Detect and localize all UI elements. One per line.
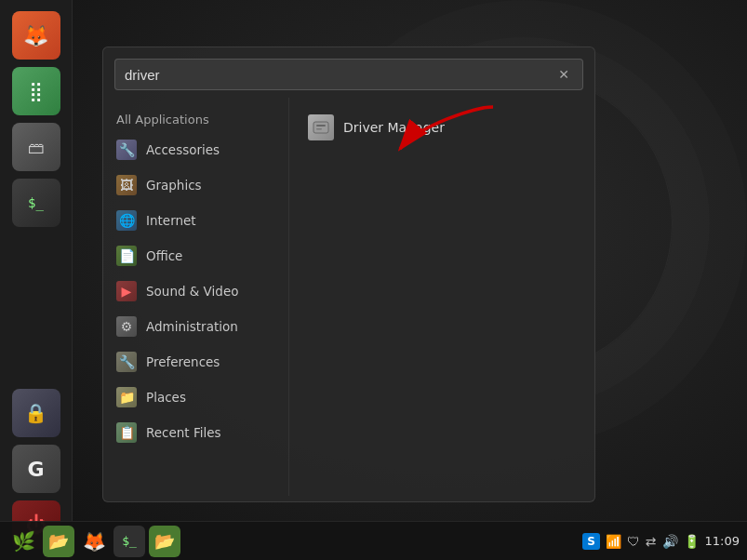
taskbar-folder-1[interactable]: 📂 (43, 526, 74, 557)
category-internet[interactable]: 🌐 Internet (103, 203, 288, 238)
internet-icon: 🌐 (116, 210, 137, 231)
graphics-icon: 🖼 (116, 175, 137, 195)
recent-icon: 📋 (116, 422, 137, 443)
category-graphics[interactable]: 🖼 Graphics (103, 167, 288, 203)
accessories-icon: 🔧 (116, 140, 137, 160)
accessories-label: Accessories (146, 142, 220, 157)
taskbar-folder-2[interactable]: 📂 (149, 526, 180, 557)
apps-area: Driver Manager (289, 98, 594, 496)
recent-label: Recent Files (146, 425, 221, 440)
graphics-label: Graphics (146, 178, 202, 193)
driver-manager-icon (308, 114, 334, 140)
category-administration[interactable]: ⚙ Administration (103, 309, 288, 344)
taskbar-terminal[interactable]: $_ (113, 526, 145, 557)
admin-icon: ⚙ (116, 316, 137, 337)
search-input[interactable]: driver (125, 67, 554, 83)
places-label: Places (146, 390, 186, 405)
prefs-label: Preferences (146, 354, 220, 369)
sidebar-icon-terminal[interactable]: $_ (12, 179, 60, 227)
network-icon[interactable]: 📶 (606, 534, 621, 549)
driver-manager-label: Driver Manager (343, 120, 445, 135)
sidebar-icon-lock[interactable]: 🔒 (12, 389, 60, 437)
office-label: Office (146, 248, 182, 263)
taskbar-left: 🌿 📂 🦊 $_ 📂 (7, 526, 582, 557)
app-driver-manager[interactable]: Driver Manager (299, 107, 585, 148)
sidebar-icon-firefox[interactable]: 🦊 (12, 11, 60, 60)
bluetooth-icon[interactable]: ⇄ (646, 534, 657, 549)
menu-panel: driver ✕ All Applications 🔧 Accessories … (102, 47, 595, 502)
prefs-icon: 🔧 (116, 352, 137, 372)
category-sound-video[interactable]: ▶ Sound & Video (103, 273, 288, 309)
sound-label: Sound & Video (146, 284, 238, 299)
taskbar: 🌿 📂 🦊 $_ 📂 S 📶 🛡 ⇄ 🔊 🔋 11:09 (0, 521, 747, 560)
shield-icon[interactable]: 🛡 (627, 534, 640, 549)
svg-rect-0 (313, 122, 328, 133)
sound-icon: ▶ (116, 281, 137, 301)
sidebar-icon-apps[interactable]: ⣿ (12, 67, 60, 115)
skype-icon[interactable]: S (582, 533, 600, 550)
category-office[interactable]: 📄 Office (103, 238, 288, 273)
sidebar-icon-update[interactable]: G (12, 445, 60, 493)
admin-label: Administration (146, 319, 238, 334)
category-recent-files[interactable]: 📋 Recent Files (103, 415, 288, 450)
sidebar-icon-files[interactable]: 🗃 (12, 123, 60, 171)
volume-icon[interactable]: 🔊 (662, 534, 678, 549)
internet-label: Internet (146, 213, 196, 228)
all-apps-header[interactable]: All Applications (103, 105, 288, 132)
places-icon: 📁 (116, 387, 137, 407)
taskbar-right: S 📶 🛡 ⇄ 🔊 🔋 11:09 (582, 533, 740, 550)
taskbar-mint-button[interactable]: 🌿 (7, 526, 39, 557)
category-accessories[interactable]: 🔧 Accessories (103, 132, 288, 167)
sidebar: 🦊 ⣿ 🗃 $_ 🔒 G ⏻ (0, 0, 73, 560)
svg-rect-2 (316, 128, 322, 130)
category-preferences[interactable]: 🔧 Preferences (103, 344, 288, 380)
office-icon: 📄 (116, 246, 137, 266)
taskbar-firefox[interactable]: 🦊 (78, 526, 110, 557)
search-clear-button[interactable]: ✕ (554, 65, 573, 84)
svg-rect-1 (316, 125, 326, 127)
clock: 11:09 (705, 534, 740, 548)
search-bar: driver ✕ (114, 59, 583, 90)
category-list: All Applications 🔧 Accessories 🖼 Graphic… (103, 98, 289, 496)
battery-icon[interactable]: 🔋 (684, 534, 700, 549)
category-places[interactable]: 📁 Places (103, 380, 288, 415)
menu-content: All Applications 🔧 Accessories 🖼 Graphic… (103, 98, 594, 496)
